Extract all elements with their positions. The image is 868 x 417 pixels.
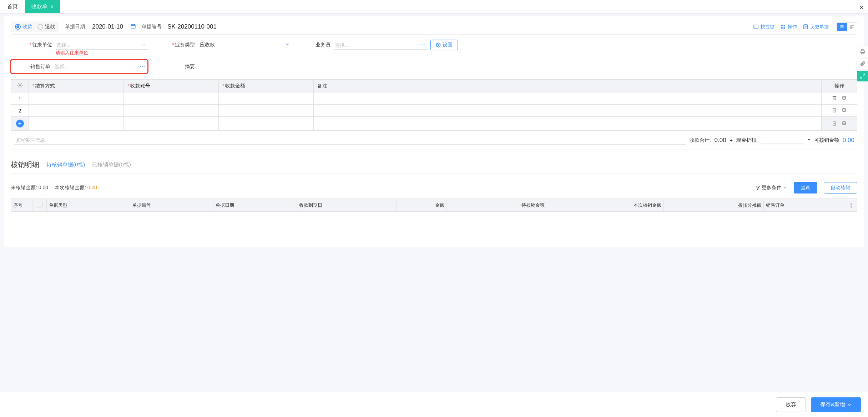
bill-date-label: 单据日期 bbox=[65, 24, 85, 30]
cell-remark[interactable] bbox=[314, 105, 822, 117]
query-button[interactable]: 查询 bbox=[794, 182, 817, 194]
cell-amount[interactable] bbox=[219, 92, 314, 105]
col-seq: 序号 bbox=[11, 199, 32, 212]
gear-icon[interactable] bbox=[11, 80, 29, 92]
plus-sign: + bbox=[730, 137, 733, 143]
bill-date-value[interactable]: 2020-01-10 bbox=[91, 22, 125, 31]
radio-label: 收款 bbox=[22, 24, 32, 30]
totals-row: 收款合计: 0.00 + 现金折扣: = 可核销金额 0.00 bbox=[11, 131, 857, 150]
add-row-icon[interactable]: + bbox=[16, 120, 24, 127]
table-row: 1 bbox=[11, 92, 857, 105]
salesman-label: 业务员 bbox=[295, 42, 330, 48]
svg-rect-8 bbox=[781, 27, 783, 29]
col-checkbox[interactable] bbox=[32, 199, 47, 212]
tab-pending[interactable]: 待核销单据(0笔) bbox=[46, 161, 85, 168]
tab-bar: 首页 收款单 × × bbox=[0, 0, 868, 14]
row-number: 1 bbox=[11, 92, 29, 105]
bill-no-label: 单据编号 bbox=[142, 24, 162, 30]
calendar-icon[interactable] bbox=[130, 23, 136, 30]
svg-point-21 bbox=[438, 44, 439, 46]
operate-label: 操作 bbox=[788, 24, 797, 30]
operate-button[interactable]: 操作 bbox=[780, 24, 797, 30]
section-title: 核销明细 待核销单据(0笔) 已核销单据(0笔) bbox=[11, 160, 857, 174]
more-conditions[interactable]: 更多条件 bbox=[755, 185, 787, 191]
close-tab-icon[interactable]: × bbox=[50, 4, 54, 10]
remark-input[interactable] bbox=[14, 136, 686, 145]
shortcut-button[interactable]: 快捷键 bbox=[753, 24, 774, 30]
more-icon[interactable]: ··· bbox=[140, 64, 145, 70]
salesman-input[interactable] bbox=[334, 41, 427, 50]
cell-account[interactable] bbox=[124, 92, 219, 105]
svg-line-37 bbox=[861, 76, 862, 78]
cell-remark[interactable] bbox=[314, 92, 822, 105]
table-row: 2 bbox=[11, 105, 857, 117]
row-number: 2 bbox=[11, 105, 29, 117]
radio-receive[interactable]: 收款 bbox=[15, 24, 32, 30]
more-cond-label: 更多条件 bbox=[762, 185, 782, 191]
rail-expand-icon[interactable] bbox=[857, 71, 868, 81]
close-icon[interactable]: × bbox=[859, 3, 864, 12]
biztype-label: *业务类型 bbox=[152, 42, 195, 48]
cell-settle[interactable] bbox=[29, 92, 124, 105]
type-radio-group: 收款 退款 bbox=[11, 21, 59, 32]
col-type[interactable]: 单据类型 bbox=[47, 199, 130, 212]
copy-icon[interactable] bbox=[842, 96, 847, 101]
settings-button[interactable]: 设置 bbox=[430, 40, 458, 50]
discount-label: 现金折扣: bbox=[736, 137, 758, 144]
col-pending[interactable]: 待核销金额 bbox=[447, 199, 547, 212]
chevron-down-icon bbox=[285, 42, 290, 48]
history-button[interactable]: 历史单据 bbox=[803, 24, 829, 30]
view-grid-icon[interactable] bbox=[847, 23, 857, 31]
tab-label: 收款单 bbox=[31, 3, 47, 10]
tab-home[interactable]: 首页 bbox=[0, 0, 25, 13]
sales-order-label: 销售订单 bbox=[11, 64, 50, 70]
biztype-select[interactable]: 应收款 bbox=[198, 41, 291, 49]
delete-icon[interactable] bbox=[832, 96, 837, 101]
form-header: 收款 退款 单据日期 2020-01-10 单据编号 SK-20200110-0… bbox=[11, 21, 857, 35]
partner-input[interactable] bbox=[56, 41, 148, 50]
svg-line-36 bbox=[863, 74, 865, 76]
partner-error: 请输入往来单位 bbox=[56, 50, 148, 56]
cell-settle[interactable] bbox=[29, 105, 124, 117]
delete-icon[interactable] bbox=[832, 108, 837, 114]
sales-order-input[interactable] bbox=[54, 62, 147, 71]
more-icon[interactable]: ··· bbox=[420, 42, 425, 48]
col-no[interactable]: 单据编号 bbox=[130, 199, 213, 212]
summary-input[interactable] bbox=[198, 62, 291, 71]
payment-table: *结算方式 *收款账号 *收款金额 备注 操作 1 2 bbox=[11, 79, 857, 131]
rail-attach-icon[interactable] bbox=[857, 59, 868, 69]
copy-icon[interactable] bbox=[842, 108, 847, 114]
col-alloc[interactable]: 折扣分摊额 bbox=[663, 199, 763, 212]
col-due[interactable]: 收款到期日 bbox=[297, 199, 397, 212]
shortcut-label: 快捷键 bbox=[761, 24, 774, 30]
delete-icon[interactable] bbox=[832, 121, 837, 127]
svg-rect-6 bbox=[781, 25, 783, 26]
svg-rect-9 bbox=[783, 27, 785, 29]
copy-icon[interactable] bbox=[842, 121, 847, 127]
tab-receipt[interactable]: 收款单 × bbox=[25, 0, 60, 13]
cell-account[interactable] bbox=[124, 105, 219, 117]
settings-label: 设置 bbox=[443, 42, 453, 48]
col-account: *收款账号 bbox=[124, 80, 219, 92]
col-current[interactable]: 本次核销金额 bbox=[547, 199, 663, 212]
radio-refund[interactable]: 退款 bbox=[37, 24, 55, 30]
biztype-value: 应收款 bbox=[200, 42, 215, 48]
view-list-icon[interactable] bbox=[837, 23, 847, 31]
col-date[interactable]: 单据日期 bbox=[213, 199, 297, 212]
main-panel: 收款 退款 单据日期 2020-01-10 单据编号 SK-20200110-0… bbox=[4, 16, 864, 247]
rail-print-icon[interactable] bbox=[857, 46, 868, 57]
col-amount[interactable]: 金额 bbox=[397, 199, 447, 212]
col-settle: *结算方式 bbox=[29, 80, 124, 92]
more-icon[interactable]: ··· bbox=[142, 42, 147, 48]
col-order[interactable]: 销售订单 bbox=[764, 199, 847, 212]
col-sort[interactable]: ▲▼ bbox=[847, 199, 857, 212]
summary-label: 摘要 bbox=[152, 64, 195, 70]
discount-input[interactable] bbox=[761, 137, 804, 144]
auto-writeoff-button[interactable]: 自动核销 bbox=[824, 182, 857, 194]
tab-done[interactable]: 已核销单据(0笔) bbox=[92, 161, 131, 168]
svg-rect-19 bbox=[851, 27, 852, 29]
radio-label: 退款 bbox=[45, 24, 55, 30]
form-row-2: 销售订单 ··· 摘要 bbox=[11, 59, 857, 74]
cell-amount[interactable] bbox=[219, 105, 314, 117]
checkbox-icon[interactable] bbox=[37, 202, 42, 207]
